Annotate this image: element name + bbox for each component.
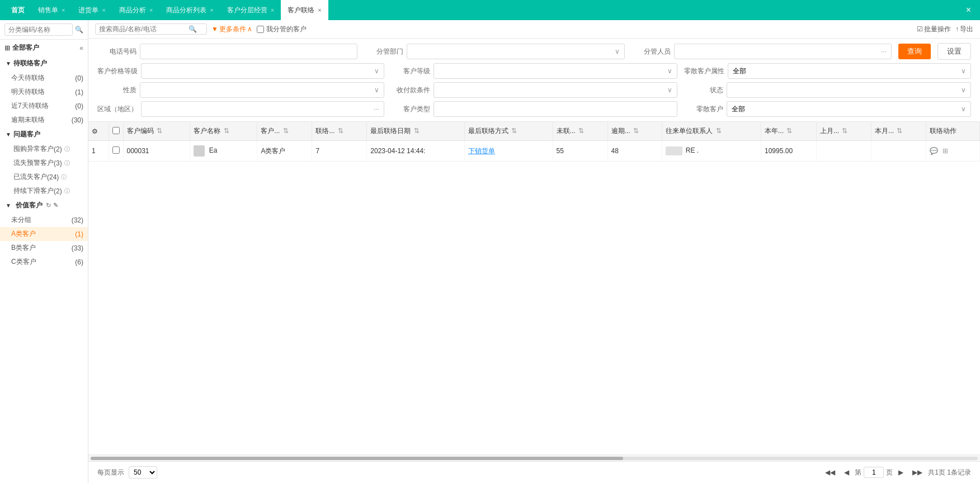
more-filter-button[interactable]: ▼ 更多条件 ∧: [211, 25, 252, 34]
nav-tab-customer-tier[interactable]: 客户分层经营 ×: [220, 0, 281, 20]
nav-tab-customer-contact[interactable]: 客户联络 ×: [281, 0, 328, 20]
sidebar-item-lost[interactable]: 已流失客户 (24) ⓘ: [0, 170, 88, 184]
sidebar-group-problem-title[interactable]: ▼ 问题客户: [0, 127, 88, 142]
table-header-row: ⚙ 客户编码 ⇅ 客户名称 ⇅: [88, 122, 980, 141]
close-sales-tab[interactable]: ×: [62, 7, 65, 13]
filter-dept-select[interactable]: ∨: [407, 44, 624, 59]
name-sort-icon: ⇅: [224, 127, 229, 135]
filter-phone-label: 电话号码: [97, 47, 136, 56]
filter-status-label: 状态: [684, 86, 723, 95]
query-button[interactable]: 查询: [898, 44, 931, 59]
sidebar-item-declining[interactable]: 持续下滑客户 (2) ⓘ: [0, 184, 88, 198]
scroll-thumb[interactable]: [91, 457, 623, 460]
sidebar-item-overdue-pending[interactable]: 逾期未联络 (30): [0, 113, 88, 127]
sidebar-item-unclassified[interactable]: 未分组 (32): [0, 213, 88, 227]
filter-region-select[interactable]: ···: [141, 101, 384, 117]
close-window-button[interactable]: ×: [962, 5, 976, 15]
sidebar-search-icon[interactable]: 🔍: [75, 26, 83, 34]
sidebar-collapse-button[interactable]: «: [79, 44, 83, 52]
filter-retail-customer: 零散客户 全部 ∨: [684, 101, 971, 117]
filter-customer-level-select[interactable]: ∨: [434, 63, 678, 79]
sidebar-item-class-b[interactable]: B类客户 (33): [0, 241, 88, 255]
last-page-button[interactable]: ▶▶: [909, 467, 926, 477]
filter-phone-input[interactable]: [140, 44, 357, 59]
filter-status: 状态 ∨: [684, 82, 971, 98]
sidebar-item-today-pending[interactable]: 今天待联络 (0): [0, 71, 88, 85]
th-settings[interactable]: ⚙: [88, 122, 109, 141]
close-goods-list-tab[interactable]: ×: [210, 7, 213, 13]
page-number-input[interactable]: [864, 467, 884, 478]
setting-button[interactable]: 设置: [937, 43, 971, 60]
nav-tab-sales[interactable]: 销售单 ×: [31, 0, 72, 20]
grid-action-icon[interactable]: ⊞: [943, 147, 948, 155]
close-contact-tab[interactable]: ×: [318, 7, 321, 13]
sidebar-all-customers[interactable]: ⊞ 全部客户 «: [0, 40, 88, 56]
th-code[interactable]: 客户编码 ⇅: [123, 122, 190, 141]
filter-nature-select[interactable]: ∨: [140, 82, 384, 98]
filter-price-level-select[interactable]: ∨: [141, 63, 384, 79]
sidebar-item-class-c[interactable]: C类客户 (6): [0, 255, 88, 269]
th-customer-type[interactable]: 客户... ⇅: [257, 122, 312, 141]
info-icon-declining: ⓘ: [64, 187, 70, 195]
last-contact-method-link[interactable]: 下销货单: [468, 147, 495, 155]
close-purchase-tab[interactable]: ×: [102, 7, 105, 13]
sidebar-group-value-title[interactable]: ▼ 价值客户 ↻ ✎: [0, 198, 88, 213]
th-no-contact[interactable]: 未联... ⇅: [553, 122, 607, 141]
main-search-icon[interactable]: 🔍: [189, 25, 197, 33]
nav-tab-purchase[interactable]: 进货单 ×: [72, 0, 112, 20]
filter-manager-select[interactable]: ···: [674, 44, 892, 59]
sidebar-item-hoarding[interactable]: 囤购异常客户 (2) ⓘ: [0, 142, 88, 156]
filter-status-select[interactable]: ∨: [727, 82, 971, 98]
sidebar-group-pending-title[interactable]: ▼ 待联络客户: [0, 56, 88, 71]
scroll-track[interactable]: [91, 457, 978, 460]
th-company-contact[interactable]: 往来单位联系人 ⇅: [662, 122, 761, 141]
row-checkbox[interactable]: [112, 146, 120, 154]
batch-operation-button[interactable]: ☑ 批量操作: [917, 25, 951, 34]
sidebar-item-7day-pending[interactable]: 近7天待联络 (0): [0, 99, 88, 113]
first-page-button[interactable]: ◀◀: [822, 467, 838, 477]
company-contact-sort-icon: ⇅: [716, 127, 722, 135]
th-last-contact-method[interactable]: 最后联络方式 ⇅: [464, 122, 553, 141]
th-contact-count[interactable]: 联络... ⇅: [312, 122, 367, 141]
nature-dropdown-icon: ∨: [374, 86, 379, 94]
filter-retail-customer-select[interactable]: 全部 ∨: [727, 101, 971, 117]
close-tier-tab[interactable]: ×: [271, 7, 274, 13]
sidebar-item-losswarning[interactable]: 流失预警客户 (3) ⓘ: [0, 156, 88, 170]
select-all-checkbox[interactable]: [112, 127, 120, 134]
my-customers-checkbox[interactable]: [257, 26, 264, 33]
value-arrow-icon: ▼: [6, 202, 11, 209]
th-last-contact-date[interactable]: 最后联络日期 ⇅: [367, 122, 465, 141]
nav-tab-goods-analysis[interactable]: 商品分析 ×: [112, 0, 159, 20]
next-page-button[interactable]: ▶: [895, 467, 907, 477]
close-goods-tab[interactable]: ×: [149, 7, 153, 13]
filter-payment-select[interactable]: ∨: [434, 82, 678, 98]
overdue-sort-icon: ⇅: [633, 127, 639, 135]
filter-retail-customer-label: 零散客户: [684, 105, 723, 114]
nav-tab-home[interactable]: 首页: [4, 0, 31, 20]
th-name[interactable]: 客户名称 ⇅: [190, 122, 257, 141]
th-overdue[interactable]: 逾期... ⇅: [607, 122, 662, 141]
th-last-month[interactable]: 上月... ⇅: [817, 122, 871, 141]
sidebar-item-class-a[interactable]: A类客户 (1): [0, 227, 88, 241]
filter-retail-attr-select[interactable]: 全部 ∨: [728, 63, 971, 79]
my-customers-filter: 我分管的客户: [257, 25, 307, 34]
main-search-input[interactable]: [99, 25, 189, 33]
th-checkbox: [109, 122, 123, 141]
sidebar-item-tomorrow-pending[interactable]: 明天待联络 (1): [0, 85, 88, 99]
td-contact-count: 7: [312, 141, 367, 162]
chat-action-icon[interactable]: 💬: [930, 147, 938, 155]
prev-page-button[interactable]: ◀: [841, 467, 852, 477]
page-size-select[interactable]: 50 100 200: [129, 466, 157, 479]
sidebar-search-input[interactable]: [4, 23, 73, 36]
dept-dropdown-icon: ∨: [615, 48, 620, 55]
nav-tab-goods-list[interactable]: 商品分析列表 ×: [159, 0, 220, 20]
filter-customer-type-input[interactable]: [434, 101, 678, 117]
edit-value-icon[interactable]: ✎: [53, 202, 58, 209]
settings-icon[interactable]: ⚙: [92, 127, 98, 135]
th-this-month[interactable]: 本月... ⇅: [871, 122, 926, 141]
refresh-icon[interactable]: ↻: [46, 202, 51, 209]
filter-row-2: 客户价格等级 ∨ 客户等级 ∨ 零散客户属性 全部: [97, 63, 971, 79]
th-this-year[interactable]: 本年... ⇅: [761, 122, 817, 141]
export-button[interactable]: ↑ 导出: [955, 25, 973, 34]
td-last-month: [817, 141, 871, 162]
